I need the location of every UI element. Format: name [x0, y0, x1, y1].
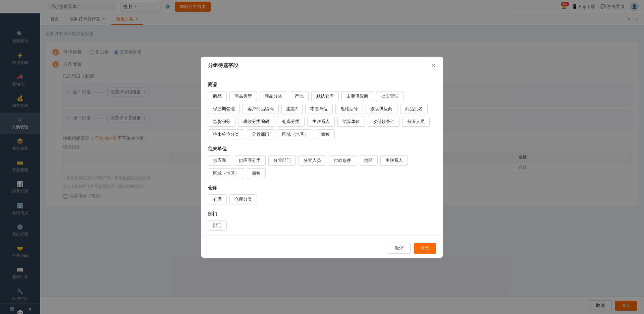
modal-horizontal-scrollbar[interactable]: [201, 236, 443, 239]
field-tag[interactable]: 商品类型: [229, 91, 257, 101]
modal-confirm-button[interactable]: 查询: [414, 243, 436, 254]
modal-footer: 取消 查询: [201, 239, 443, 258]
field-tag[interactable]: 区域（地区）: [277, 129, 313, 139]
field-tag[interactable]: 往来单位分类: [208, 129, 244, 139]
field-tag[interactable]: 主联系人: [307, 117, 335, 127]
field-tag[interactable]: 付款条件: [329, 155, 356, 166]
field-tag[interactable]: 客户商品编码: [243, 104, 279, 114]
field-tag[interactable]: 批次管理: [376, 91, 404, 101]
field-tag[interactable]: 分管人员: [299, 155, 326, 166]
modal-cancel-button[interactable]: 取消: [388, 243, 411, 254]
field-tag[interactable]: 简称: [316, 129, 335, 139]
field-group-仓库: 仓库仓库仓库分类: [208, 185, 436, 204]
field-group-title: 商品: [208, 82, 436, 88]
field-tag[interactable]: 规格型号: [335, 104, 363, 114]
field-group-title: 仓库: [208, 185, 436, 191]
field-tag[interactable]: 地区: [359, 155, 378, 166]
field-tag[interactable]: 主联系人: [380, 155, 408, 166]
field-tag[interactable]: 简称: [247, 168, 266, 178]
field-tag[interactable]: 税收分类编码: [238, 117, 274, 127]
field-tag[interactable]: 商品分类: [260, 91, 287, 101]
field-tag[interactable]: 部门: [208, 221, 227, 231]
field-tag[interactable]: 分管部门: [247, 129, 274, 139]
field-tag[interactable]: 炼货积分: [208, 117, 235, 127]
modal-overlay: 分组待选字段 ✕ 商品商品商品类型商品分类产地默认仓库主要供应商批次管理保质期管…: [0, 0, 644, 314]
field-tag[interactable]: 零售单位: [305, 104, 333, 114]
field-tag[interactable]: 仓库分类: [277, 117, 305, 127]
field-tag[interactable]: 分管部门: [268, 155, 296, 166]
field-tags: 仓库仓库分类: [208, 194, 436, 204]
field-selector-modal: 分组待选字段 ✕ 商品商品商品类型商品分类产地默认仓库主要供应商批次管理保质期管…: [201, 57, 443, 258]
modal-body[interactable]: 商品商品商品类型商品分类产地默认仓库主要供应商批次管理保质期管理客户商品编码重量…: [201, 75, 443, 236]
field-tag[interactable]: 收付款条件: [368, 117, 399, 127]
field-tag[interactable]: 默认仓库: [311, 91, 339, 101]
field-tag[interactable]: 重量3: [281, 104, 303, 114]
field-group-title: 部门: [208, 211, 436, 217]
field-tag[interactable]: 仓库: [208, 194, 227, 204]
field-group-部门: 部门部门: [208, 211, 436, 231]
modal-header: 分组待选字段 ✕: [201, 57, 443, 75]
field-tag[interactable]: 供应商: [208, 155, 231, 166]
field-tag[interactable]: 商品别名: [400, 104, 428, 114]
field-tag[interactable]: 分管人员: [402, 117, 430, 127]
field-group-往来单位: 往来单位供应商供应商分类分管部门分管人员付款条件地区主联系人区域（地区）简称: [208, 146, 436, 178]
field-tag[interactable]: 主要供应商: [341, 91, 373, 101]
field-tag[interactable]: 商品: [208, 91, 227, 101]
field-tag[interactable]: 保质期管理: [208, 104, 240, 114]
field-tag[interactable]: 供应商分类: [234, 155, 266, 166]
field-tag[interactable]: 区域（地区）: [208, 168, 244, 178]
field-tags: 商品商品类型商品分类产地默认仓库主要供应商批次管理保质期管理客户商品编码重量3零…: [208, 91, 436, 139]
field-tag[interactable]: 默认供应商: [366, 104, 397, 114]
modal-close-icon[interactable]: ✕: [431, 62, 436, 69]
field-tag[interactable]: 仓库分类: [229, 194, 257, 204]
field-tag[interactable]: 结算单位: [337, 117, 365, 127]
modal-title: 分组待选字段: [208, 62, 238, 69]
field-tags: 供应商供应商分类分管部门分管人员付款条件地区主联系人区域（地区）简称: [208, 155, 436, 178]
field-group-商品: 商品商品商品类型商品分类产地默认仓库主要供应商批次管理保质期管理客户商品编码重量…: [208, 82, 436, 139]
field-tag[interactable]: 产地: [290, 91, 309, 101]
field-group-title: 往来单位: [208, 146, 436, 152]
field-tags: 部门: [208, 221, 436, 231]
